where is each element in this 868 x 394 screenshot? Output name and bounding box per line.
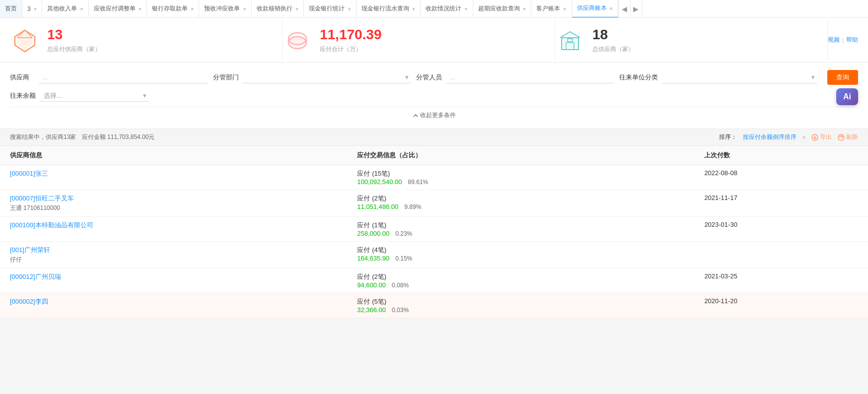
- last-pay-cell: 2022-08-08: [694, 165, 868, 190]
- tx-pct: 0.08%: [392, 282, 409, 289]
- table-row: [000007]恒旺二手叉车王通 17106110000应付(2笔)11,051…: [0, 190, 868, 217]
- nav-arrow-right[interactable]: ▶: [630, 0, 642, 18]
- collapse-button[interactable]: 收起更多条件: [404, 109, 464, 122]
- amount-link[interactable]: 100,092,540.00: [357, 178, 402, 186]
- tx-label: 应付: [357, 170, 370, 177]
- nav-tab-bank-deposit-label: 银行存取款单: [152, 4, 188, 13]
- sort-select[interactable]: 按应付余额倒序排序: [743, 133, 796, 141]
- nav-tab-other-income[interactable]: 其他收入单 ×: [42, 0, 88, 18]
- refresh-button[interactable]: 刷新: [838, 133, 858, 141]
- table-container: 供应商信息 应付交易信息（占比） 上次付数 [000001]张三应付(15笔)1…: [0, 146, 868, 318]
- nav-tab-overdue-ar[interactable]: 超期应收款查询 ×: [473, 0, 531, 18]
- table-header-row: 供应商信息 应付交易信息（占比） 上次付数: [0, 146, 868, 165]
- tx-top: 应付(2笔): [357, 194, 684, 203]
- close-icon[interactable]: ×: [80, 6, 83, 12]
- tx-cell: 应付(1笔)258,000.000.23%: [347, 217, 694, 242]
- stat-text-total-suppliers: 18 总供应商（家）: [592, 26, 634, 54]
- close-icon[interactable]: ×: [464, 6, 467, 12]
- tx-bottom: 100,092,540.0089.61%: [357, 178, 684, 186]
- supplier-cell: [000002]李四: [0, 293, 347, 318]
- nav-arrow-left[interactable]: ◀: [618, 0, 630, 18]
- stat-text-payable: 11,170.39 应付合计（万）: [320, 26, 382, 54]
- category-select[interactable]: [662, 71, 817, 83]
- nav-tab-supplier-account[interactable]: 供应商账本 ×: [572, 0, 618, 18]
- close-icon[interactable]: ×: [563, 6, 566, 12]
- supplier-input[interactable]: [39, 71, 208, 83]
- close-icon[interactable]: ×: [412, 6, 415, 12]
- balance-select[interactable]: 选择...: [40, 90, 149, 101]
- nav-tab-ar-ap-adjust-label: 应收应付调整单: [94, 4, 136, 13]
- table-row: [000002]李四应付(5笔)32,366.000.03%2020-11-20: [0, 293, 868, 318]
- close-icon[interactable]: ×: [610, 5, 613, 11]
- supplier-link[interactable]: [001]广州荣轩: [10, 246, 50, 254]
- nav-tab-cash-flow[interactable]: 现金银行流水查询 ×: [357, 0, 421, 18]
- amount-link[interactable]: 32,366.00: [357, 306, 386, 314]
- top-nav: 首页 3 × 其他收入单 × 应收应付调整单 × 银行存取款单 × 预收冲应收单…: [0, 0, 868, 18]
- nav-tab-collection-stat[interactable]: 收款情况统计 ×: [421, 0, 473, 18]
- nav-tab-advance-collect[interactable]: 预收冲应收单 ×: [199, 0, 251, 18]
- supplier-link[interactable]: [000012]广州贝瑞: [10, 273, 61, 280]
- amount-link[interactable]: 258,000.00: [357, 230, 389, 237]
- nav-tab-overdue-ar-label: 超期应收款查询: [478, 4, 520, 13]
- close-icon[interactable]: ×: [34, 6, 37, 12]
- video-link[interactable]: 视频: [828, 36, 840, 44]
- ai-badge[interactable]: Ai: [836, 88, 858, 105]
- supplier-link[interactable]: [000007]恒旺二手叉车: [10, 195, 74, 202]
- nav-tab-supplier-account-label: 供应商账本: [577, 4, 607, 12]
- close-icon[interactable]: ×: [295, 6, 298, 12]
- supplier-link[interactable]: [000002]李四: [10, 298, 48, 305]
- help-link[interactable]: 帮助: [846, 36, 858, 44]
- tx-label: 应付: [357, 246, 370, 254]
- last-pay-cell: 2021-03-25: [694, 268, 868, 293]
- close-icon[interactable]: ×: [523, 6, 526, 12]
- nav-tab-collection-verify-label: 收款核销执行: [257, 4, 292, 13]
- collapse-label: 收起更多条件: [420, 111, 456, 120]
- table-row: [000100]本特勤油品有限公司应付(1笔)258,000.000.23%20…: [0, 217, 868, 242]
- dept-select[interactable]: [243, 71, 411, 83]
- supplier-cell: [000007]恒旺二手叉车王通 17106110000: [0, 190, 347, 217]
- nav-tab-home[interactable]: 首页: [0, 0, 22, 18]
- filter-section: 供应商 分管部门 ▾ 分管人员 往来单位分类: [0, 63, 868, 129]
- supplier-cell: [000001]张三: [0, 165, 347, 190]
- nav-tab-customer-account[interactable]: 客户账本 ×: [531, 0, 572, 18]
- close-icon[interactable]: ×: [139, 6, 142, 12]
- nav-tab-ar-ap-adjust[interactable]: 应收应付调整单 ×: [89, 0, 147, 18]
- tx-count: (2笔): [372, 195, 386, 202]
- nav-tab-cash-bank-stat[interactable]: 现金银行统计 ×: [304, 0, 356, 18]
- person-input[interactable]: [446, 71, 614, 83]
- amount-text: 应付金额 111,703,854.00元: [82, 133, 155, 140]
- nav-tab-bank-deposit[interactable]: 银行存取款单 ×: [147, 0, 199, 18]
- stat-number-payable: 11,170.39: [320, 26, 382, 43]
- amount-link[interactable]: 94,600.00: [357, 281, 386, 289]
- store-icon: [555, 25, 585, 55]
- query-button[interactable]: 查询: [827, 70, 858, 85]
- tx-count: (4笔): [372, 246, 386, 254]
- result-text: 搜索结果中，供应商13家: [10, 133, 76, 140]
- tx-bottom: 258,000.000.23%: [357, 230, 684, 237]
- stat-label-suppliers: 总应付供应商（家）: [47, 45, 101, 54]
- table-row: [000012]广州贝瑞应付(2笔)94,600.000.08%2021-03-…: [0, 268, 868, 293]
- tx-pct: 0.15%: [395, 255, 412, 262]
- svg-point-18: [838, 134, 844, 140]
- stat-item-suppliers: 13 总应付供应商（家）: [10, 20, 283, 60]
- amount-link[interactable]: 164,635.90: [357, 255, 389, 262]
- person-label: 分管人员: [416, 73, 442, 82]
- close-icon[interactable]: ×: [243, 6, 246, 12]
- tx-label: 应付: [357, 273, 370, 280]
- export-button[interactable]: 导出: [811, 133, 832, 141]
- supplier-link[interactable]: [000001]张三: [10, 170, 48, 177]
- tx-count: (2笔): [372, 273, 386, 280]
- nav-tab-3[interactable]: 3 ×: [22, 0, 42, 18]
- amount-link[interactable]: 11,051,486.00: [357, 203, 398, 210]
- close-icon[interactable]: ×: [191, 6, 194, 12]
- supplier-cell: [001]广州荣轩仔仔: [0, 242, 347, 268]
- tx-top: 应付(4笔): [357, 246, 684, 255]
- supplier-link[interactable]: [000100]本特勤油品有限公司: [10, 221, 93, 229]
- tx-top: 应付(2笔): [357, 272, 684, 281]
- tx-cell: 应付(4笔)164,635.900.15%: [347, 242, 694, 268]
- nav-tab-collection-verify[interactable]: 收款核销执行 ×: [252, 0, 304, 18]
- close-icon[interactable]: ×: [348, 6, 351, 12]
- stat-text-suppliers: 13 总应付供应商（家）: [47, 26, 101, 54]
- top-right-links: 视频 | 帮助: [828, 36, 858, 44]
- tx-top: 应付(15笔): [357, 169, 684, 178]
